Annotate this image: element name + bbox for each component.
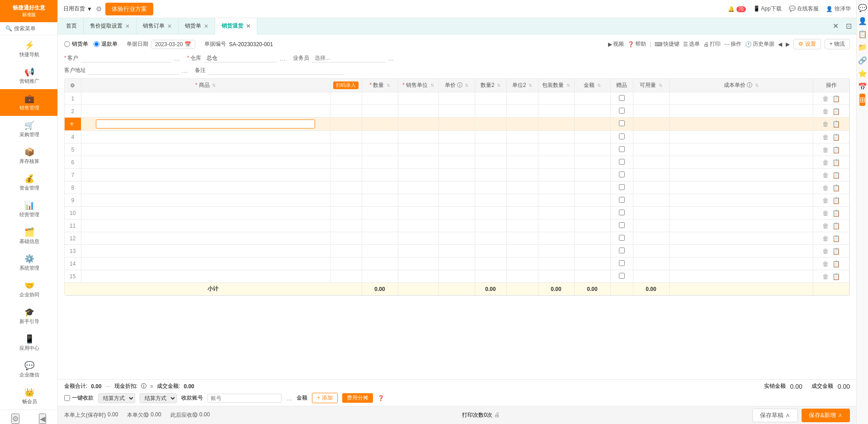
tab-sales-order[interactable]: 销售订单 ✕ [137,18,179,34]
col-available-sort[interactable]: ⇅ [659,83,662,88]
delete-row-btn[interactable]: 🗑 [821,172,830,179]
gift-cell[interactable] [610,156,633,169]
table-cell[interactable] [506,270,538,283]
table-cell[interactable] [538,156,574,169]
table-cell[interactable] [330,169,362,181]
table-cell[interactable] [330,92,362,105]
table-cell[interactable] [362,181,398,194]
scan-btn[interactable]: 扫码录入 [333,81,359,89]
table-cell[interactable] [330,156,362,169]
gift-checkbox[interactable] [619,210,625,215]
table-cell[interactable] [439,118,475,131]
staff-select-btn[interactable]: ... [388,54,394,62]
tab-sales-return[interactable]: 销货退货 ✕ [215,18,257,34]
gift-checkbox[interactable] [619,108,625,114]
table-cell[interactable] [330,143,362,156]
sidebar-item-sales[interactable]: 💼 销售管理 [0,89,57,116]
table-cell[interactable] [330,105,362,118]
table-cell[interactable] [574,118,610,131]
goods-cell[interactable] [81,131,330,143]
delete-row-btn[interactable]: 🗑 [821,235,830,242]
col-qty2-sort[interactable]: ⇅ [497,83,500,88]
gift-cell[interactable] [610,105,633,118]
gift-cell[interactable] [610,143,633,156]
table-cell[interactable] [398,105,439,118]
table-cell[interactable] [538,257,574,270]
gift-cell[interactable] [610,232,633,245]
table-cell[interactable] [439,219,475,232]
copy-row-btn[interactable]: 📋 [831,222,841,229]
table-cell[interactable] [439,169,475,181]
table-cell[interactable] [538,194,574,207]
delete-row-btn[interactable]: 🗑 [821,95,830,102]
right-chat-btn[interactable]: 💬 [858,2,867,14]
goods-cell[interactable] [81,219,330,232]
table-cell[interactable] [574,232,610,245]
video-btn[interactable]: ▶ 视频 [608,40,624,48]
table-cell[interactable] [574,92,610,105]
table-cell[interactable] [439,194,475,207]
table-cell[interactable] [574,207,610,219]
customer-input[interactable] [81,54,171,62]
goods-cell[interactable] [81,257,330,270]
table-cell[interactable] [538,92,574,105]
prev-doc-btn[interactable]: ◀ [778,41,782,48]
table-cell[interactable] [398,92,439,105]
gift-checkbox[interactable] [619,248,625,253]
staff-input[interactable] [312,54,385,62]
gift-checkbox[interactable] [619,222,625,228]
account-select-btn[interactable]: ... [286,394,292,402]
right-calendar-btn[interactable]: 📅 [858,81,867,93]
table-cell[interactable] [362,257,398,270]
settlement-select[interactable]: 结算方式 [98,393,135,403]
table-cell[interactable] [574,143,610,156]
print-btn[interactable]: 🖨 打印 [703,40,721,48]
goods-cell[interactable] [81,245,330,257]
table-cell[interactable] [506,181,538,194]
gift-cell[interactable] [610,219,633,232]
table-cell[interactable] [475,219,506,232]
table-cell[interactable] [538,143,574,156]
warehouse-input[interactable] [204,54,277,62]
table-cell[interactable] [330,131,362,143]
table-cell[interactable] [330,194,362,207]
table-cell[interactable] [574,194,610,207]
copy-row-btn[interactable]: 📋 [831,133,841,141]
warehouse-select-btn[interactable]: ... [280,54,286,62]
sidebar-item-member[interactable]: 👑 畅会员 [0,383,57,410]
delete-row-btn[interactable]: 🗑 [821,197,830,204]
gift-checkbox[interactable] [619,133,625,139]
copy-row-btn[interactable]: 📋 [831,184,841,191]
date-input[interactable]: 2023-03-20 📅 [151,40,195,49]
online-service-btn[interactable]: 💬 在线客服 [789,5,819,13]
gift-cell[interactable] [610,118,633,131]
copy-row-btn[interactable]: 📋 [831,108,841,115]
copy-row-btn[interactable]: 📋 [831,146,841,153]
right-link-btn[interactable]: 🔗 [858,54,867,67]
gift-checkbox[interactable] [619,184,625,190]
goods-cell[interactable] [81,169,330,181]
help-btn[interactable]: ❓ 帮助 [627,40,646,48]
table-cell[interactable] [330,219,362,232]
table-cell[interactable] [475,207,506,219]
experience-btn[interactable]: 体验行业方案 [105,3,153,15]
delete-row-btn[interactable]: 🗑 [821,120,830,128]
table-cell[interactable] [398,169,439,181]
table-cell[interactable] [362,169,398,181]
gear-icon[interactable]: ⚙ [70,82,75,89]
summary-select[interactable]: 结算方式 [140,393,177,403]
delete-row-btn[interactable]: 🗑 [821,159,830,166]
next-doc-btn[interactable]: ▶ [786,41,790,48]
table-cell[interactable] [439,143,475,156]
copy-row-btn[interactable]: 📋 [831,248,841,255]
right-file-btn[interactable]: 📁 [858,41,867,53]
customer-select-btn[interactable]: ... [174,54,180,62]
table-cell[interactable] [362,143,398,156]
table-cell[interactable] [362,219,398,232]
gift-cell[interactable] [610,169,633,181]
table-cell[interactable] [574,245,610,257]
sidebar-item-purchase[interactable]: 🛒 采购管理 [0,116,57,143]
fee-split-btn[interactable]: 费用分摊 [342,393,373,403]
delete-row-btn[interactable]: 🗑 [821,222,830,229]
table-cell[interactable] [362,245,398,257]
